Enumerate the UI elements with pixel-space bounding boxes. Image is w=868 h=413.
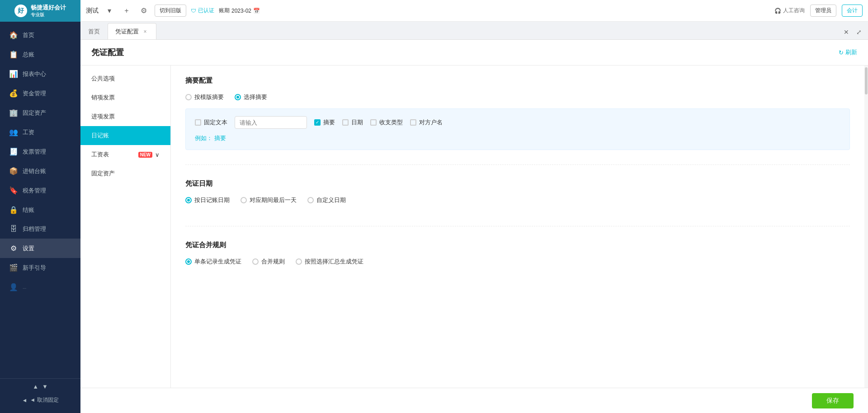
voucher-date-radio-group: 按日记账日期 对应期间最后一天 自定义日期 bbox=[185, 196, 850, 204]
new-badge: NEW bbox=[138, 152, 152, 158]
radio-select-abstract[interactable]: 选择摘要 bbox=[235, 93, 267, 101]
sidebar-item-extra[interactable]: 👤 ... bbox=[0, 277, 80, 297]
calendar-icon[interactable]: 📅 bbox=[253, 8, 260, 14]
sales-purchase-icon: 📦 bbox=[9, 167, 18, 175]
left-nav-item-purchase-invoice[interactable]: 进项发票 bbox=[80, 107, 170, 126]
radio-last-day[interactable]: 对应期间最后一天 bbox=[241, 196, 297, 204]
left-nav: 公共选项 销项发票 进项发票 日记账 工资表 bbox=[80, 66, 171, 388]
shield-icon: 🛡 bbox=[191, 8, 196, 14]
sidebar-item-funds[interactable]: 💰 资金管理 bbox=[0, 84, 80, 103]
page-header: 凭证配置 ↻ 刷新 bbox=[80, 40, 868, 66]
voucher-merge-section: 凭证合并规则 单条记录生成凭证 合并规则 bbox=[185, 241, 850, 287]
sidebar-item-home[interactable]: 🏠 首页 bbox=[0, 25, 80, 45]
closing-icon: 🔒 bbox=[9, 206, 18, 214]
tab-expand-icon[interactable]: ⤢ bbox=[854, 27, 864, 38]
refresh-icon: ↻ bbox=[839, 49, 844, 56]
sidebar-item-reports[interactable]: 📊 报表中心 bbox=[0, 64, 80, 84]
radio-journal-date[interactable]: 按日记账日期 bbox=[185, 196, 230, 204]
checkbox-counterpart-box bbox=[410, 119, 416, 126]
page-title: 凭证配置 bbox=[91, 47, 124, 65]
tab-close-icon[interactable]: × bbox=[142, 28, 149, 35]
refresh-button[interactable]: ↻ 刷新 bbox=[839, 48, 857, 64]
payroll-icon: 👥 bbox=[9, 128, 18, 136]
radio-by-selection[interactable]: 按照选择汇总生成凭证 bbox=[296, 258, 363, 266]
tab-voucher-config[interactable]: 凭证配置 × bbox=[108, 23, 156, 39]
checkbox-fixed-text-box bbox=[195, 119, 201, 126]
admin-button[interactable]: 管理员 bbox=[810, 5, 836, 17]
radio-custom-date-circle bbox=[307, 197, 314, 203]
save-button[interactable]: 保存 bbox=[812, 393, 854, 408]
save-bar: 保存 bbox=[80, 388, 868, 413]
voucher-date-title: 凭证日期 bbox=[185, 179, 850, 188]
voucher-date-section: 凭证日期 按日记账日期 对应期间最后一天 bbox=[185, 179, 850, 226]
radio-merge-rules[interactable]: 合并规则 bbox=[252, 258, 285, 266]
radio-single[interactable]: 单条记录生成凭证 bbox=[185, 258, 241, 266]
radio-journal-date-circle bbox=[185, 197, 192, 203]
left-nav-item-fixed-assets[interactable]: 固定资产 bbox=[80, 164, 170, 183]
right-content: 摘要配置 按模版摘要 选择摘要 bbox=[171, 66, 864, 388]
sidebar-item-sales-purchase[interactable]: 📦 进销台账 bbox=[0, 161, 80, 181]
period-badge: 账期 2023-02 📅 bbox=[219, 7, 260, 14]
left-nav-item-public[interactable]: 公共选项 bbox=[80, 69, 170, 88]
switch-old-button[interactable]: 切到旧版 bbox=[155, 5, 186, 17]
consult-button[interactable]: 🎧 人工咨询 bbox=[774, 7, 805, 14]
sidebar-scroll-down[interactable]: ▼ bbox=[42, 383, 48, 390]
sidebar-item-archive[interactable]: 🗄 归档管理 bbox=[0, 220, 80, 239]
logo-icon: 好 bbox=[14, 5, 27, 17]
add-button[interactable]: + bbox=[120, 5, 133, 17]
radio-last-day-circle bbox=[241, 197, 247, 203]
checkbox-abstract[interactable]: 摘要 bbox=[314, 118, 335, 127]
checkbox-payment-type[interactable]: 收支类型 bbox=[370, 118, 403, 127]
app-name: 畅捷通好会计 bbox=[31, 4, 66, 12]
checkbox-abstract-box bbox=[314, 119, 321, 126]
collapse-icon: ◄ bbox=[22, 397, 27, 404]
voucher-merge-radio-group: 单条记录生成凭证 合并规则 按照选择汇总生成凭证 bbox=[185, 258, 850, 266]
abstract-config-box: 固定文本 摘要 日期 bbox=[185, 108, 850, 150]
sidebar-scroll-up[interactable]: ▲ bbox=[33, 383, 38, 390]
sidebar-item-payroll[interactable]: 👥 工资 bbox=[0, 122, 80, 142]
left-nav-item-sales-invoice[interactable]: 销项发票 bbox=[80, 88, 170, 107]
scrollbar[interactable] bbox=[864, 66, 868, 388]
app-edition: 专业版 bbox=[31, 12, 66, 18]
ledger-icon: 📋 bbox=[9, 50, 18, 59]
abstract-section: 摘要配置 按模版摘要 选择摘要 bbox=[185, 76, 850, 165]
checkbox-counterpart[interactable]: 对方户名 bbox=[410, 118, 443, 127]
sidebar-item-fixed-assets[interactable]: 🏢 固定资产 bbox=[0, 103, 80, 122]
sidebar-item-invoice-mgmt[interactable]: 🧾 发票管理 bbox=[0, 142, 80, 161]
radio-custom-date[interactable]: 自定义日期 bbox=[307, 196, 346, 204]
sidebar-item-closing[interactable]: 🔒 结账 bbox=[0, 200, 80, 220]
archive-icon: 🗄 bbox=[9, 225, 18, 233]
sidebar-logo: 好 畅捷通好会计 专业版 bbox=[0, 0, 80, 22]
radio-template-abstract[interactable]: 按模版摘要 bbox=[185, 93, 224, 101]
left-nav-item-payroll-table[interactable]: 工资表 NEW ∨ bbox=[80, 145, 170, 164]
checkbox-date[interactable]: 日期 bbox=[342, 118, 363, 127]
radio-single-circle bbox=[185, 258, 192, 265]
settings-gear-icon[interactable]: ⚙ bbox=[137, 5, 150, 17]
home-icon: 🏠 bbox=[9, 31, 18, 39]
extra-icon: 👤 bbox=[9, 283, 18, 291]
sidebar-item-ledger[interactable]: 📋 总账 bbox=[0, 45, 80, 64]
tab-home[interactable]: 首页 bbox=[80, 23, 108, 39]
sidebar-item-settings[interactable]: ⚙ 设置 bbox=[0, 239, 80, 258]
radio-merge-rules-circle bbox=[252, 258, 259, 265]
arrow-down-icon: ∨ bbox=[155, 151, 160, 158]
tab-close-all-icon[interactable]: ✕ bbox=[841, 27, 852, 38]
accountant-button[interactable]: 会计 bbox=[842, 5, 863, 17]
example-text: 例如： 摘要 bbox=[195, 134, 840, 142]
tax-mgmt-icon: 🔖 bbox=[9, 186, 18, 195]
fixed-assets-icon: 🏢 bbox=[9, 108, 18, 117]
beginner-icon: 🎬 bbox=[9, 263, 18, 272]
abstract-section-title: 摘要配置 bbox=[185, 76, 850, 85]
checkbox-date-box bbox=[342, 119, 349, 126]
sidebar-item-beginner[interactable]: 🎬 新手引导 bbox=[0, 258, 80, 277]
workspace-name[interactable]: 测试 bbox=[86, 7, 99, 15]
checkbox-fixed-text[interactable]: 固定文本 bbox=[195, 118, 227, 127]
fixed-text-input[interactable] bbox=[235, 116, 307, 129]
left-nav-item-journal[interactable]: 日记账 bbox=[80, 126, 170, 145]
sidebar-collapse-button[interactable]: ◄ ◄ 取消固定 bbox=[0, 392, 80, 408]
workspace-dropdown-icon[interactable]: ▾ bbox=[103, 5, 116, 17]
settings-icon: ⚙ bbox=[9, 244, 18, 253]
invoice-mgmt-icon: 🧾 bbox=[9, 147, 18, 156]
sidebar-item-tax-mgmt[interactable]: 🔖 税务管理 bbox=[0, 181, 80, 200]
abstract-radio-group: 按模版摘要 选择摘要 bbox=[185, 93, 850, 101]
